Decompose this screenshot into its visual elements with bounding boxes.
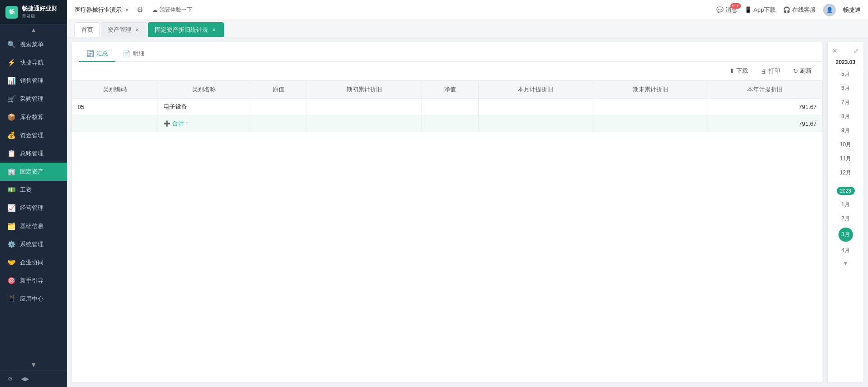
company-selector[interactable]: 医疗器械行业演示 ▼ (74, 6, 129, 14)
sidebar-item-label: 固定资产 (20, 168, 44, 176)
tab-home[interactable]: 首页 (74, 22, 100, 37)
user-avatar[interactable]: 👤 (823, 4, 836, 16)
tab-depreciation-report-close[interactable]: × (211, 27, 217, 33)
fixed-assets-icon: 🏢 (7, 168, 15, 176)
sidebar-item-quick-nav[interactable]: ⚡ 快捷导航 (0, 54, 67, 72)
sidebar-item-basic-info[interactable]: 🗂️ 基础信息 (0, 217, 67, 235)
settings-footer-btn[interactable]: ⚙ (5, 374, 15, 383)
sidebar-item-app-center[interactable]: 📱 应用中心 (0, 290, 67, 308)
topbar-settings-icon[interactable]: ⚙ (137, 5, 143, 14)
sidebar-item-label: 资金管理 (20, 131, 44, 139)
print-label: 打印 (769, 67, 780, 75)
messages-button[interactable]: 💬 消息 99+ (716, 6, 737, 14)
sidebar-item-cooperation[interactable]: 🤝 企业协同 (0, 253, 67, 272)
sidebar-item-system[interactable]: ⚙️ 系统管理 (0, 235, 67, 253)
panel-close-button[interactable]: ✕ (831, 46, 838, 55)
app-logo: 畅 (5, 6, 18, 19)
sales-icon: 📊 (7, 77, 15, 85)
year-tag-2023[interactable]: 2023 (837, 187, 855, 195)
month-item-10[interactable]: 10月 (828, 138, 863, 152)
depreciation-table: 类别编码 类别名称 原值 期初累计折旧 净值 本月计提折旧 期末累计折旧 本年计… (72, 80, 823, 132)
col-original-value: 原值 (250, 81, 307, 99)
month-item-12[interactable]: 12月 (828, 166, 863, 180)
sidebar-item-label: 系统管理 (20, 240, 44, 248)
sidebar-item-label: 采购管理 (20, 95, 44, 103)
month-item-11[interactable]: 11月 (828, 152, 863, 166)
experience-button[interactable]: ☁ 我要体验一下 (152, 6, 192, 14)
online-service-label: 在线客服 (792, 6, 816, 14)
refresh-button[interactable]: ↻ 刷新 (789, 65, 815, 76)
sidebar-item-guide[interactable]: 🎯 新手引导 (0, 272, 67, 290)
subtotal-text: 合计： (172, 119, 190, 128)
tab-home-label: 首页 (81, 26, 93, 34)
month-item-3-active[interactable]: 3月 (838, 228, 853, 242)
sidebar-item-fixed-assets[interactable]: 🏢 固定资产 (0, 163, 67, 181)
tab-asset-management-close[interactable]: × (134, 27, 140, 33)
download-button[interactable]: ⬇ 下载 (726, 65, 752, 76)
sidebar-item-label: 搜索菜单 (20, 40, 44, 49)
sub-tab-detail[interactable]: 📄 明细 (115, 46, 152, 62)
collapse-sidebar-btn[interactable]: ◀▶ (19, 374, 31, 383)
sidebar-item-sales[interactable]: 📊 销售管理 (0, 72, 67, 90)
col-monthly-depreciation: 本月计提折旧 (478, 81, 593, 99)
sidebar-item-label: 企业协同 (20, 258, 44, 267)
topbar-left: 医疗器械行业演示 ▼ ⚙ ☁ 我要体验一下 (74, 5, 192, 14)
sidebar-item-label: 快捷导航 (20, 59, 44, 67)
month-item-9[interactable]: 9月 (828, 124, 863, 138)
topbar-right: 💬 消息 99+ 📱 App下载 🎧 在线客服 👤 畅捷通 (716, 4, 861, 16)
sidebar-item-finance[interactable]: 💰 资金管理 (0, 126, 67, 144)
tab-depreciation-report[interactable]: 固定资产折旧统计表 × (148, 22, 224, 37)
user-name[interactable]: 畅捷通 (843, 6, 861, 14)
panel-nav-down[interactable]: ▼ (828, 258, 863, 268)
sidebar-item-inventory[interactable]: 📦 库存核算 (0, 108, 67, 126)
month-item-7[interactable]: 7月 (828, 95, 863, 109)
sidebar-nav: 🔍 搜索菜单 ⚡ 快捷导航 📊 销售管理 🛒 采购管理 📦 库存核算 💰 资金管… (0, 35, 67, 359)
month-item-5[interactable]: 5月 (828, 67, 863, 81)
cell-net-value (422, 99, 478, 115)
sidebar-item-search[interactable]: 🔍 搜索菜单 (0, 35, 67, 54)
panel-expand-button[interactable]: ⤢ (853, 46, 860, 55)
headset-icon: 🎧 (783, 6, 790, 13)
sidebar-item-purchase[interactable]: 🛒 采购管理 (0, 90, 67, 108)
month-item-6[interactable]: 6月 (828, 81, 863, 95)
cloud-icon: ☁ (152, 7, 158, 13)
subtotal-row: ➕ 合计： 791.67 (72, 115, 823, 132)
online-service-button[interactable]: 🎧 在线客服 (783, 6, 816, 14)
date-panel: ✕ ⤢ 2023.03 5月 6月 7月 8月 9月 10月 11月 12月 2… (827, 42, 863, 382)
col-category-name: 类别名称 (158, 81, 250, 99)
cell-period-end-accumulated (593, 99, 708, 115)
system-icon: ⚙️ (7, 240, 15, 248)
app-name: 畅捷通好业财 (22, 5, 57, 13)
sub-tab-detail-label: 明细 (133, 50, 144, 58)
month-item-4[interactable]: 4月 (828, 243, 863, 258)
month-item-8[interactable]: 8月 (828, 109, 863, 124)
app-center-icon: 📱 (7, 295, 15, 303)
month-item-2[interactable]: 2月 (828, 212, 863, 226)
sidebar-scroll-up[interactable]: ▲ (0, 25, 67, 35)
cell-category-name: 电子设备 (158, 99, 250, 115)
table-row[interactable]: 05 电子设备 791.67 (72, 99, 823, 115)
cell-monthly-depreciation (478, 99, 593, 115)
col-annual-depreciation: 本年计提折旧 (708, 81, 823, 99)
subtotal-annual: 791.67 (708, 115, 823, 132)
sidebar-item-ledger[interactable]: 📋 总账管理 (0, 144, 67, 163)
inventory-icon: 📦 (7, 113, 15, 121)
print-button[interactable]: 🖨 打印 (757, 65, 784, 76)
year-header-label: 2023.03 (828, 57, 863, 67)
subtotal-period-end (593, 115, 708, 132)
sub-tab-summary[interactable]: 🔄 汇总 (79, 46, 115, 62)
sidebar-item-label: 销售管理 (20, 77, 44, 85)
month-item-1[interactable]: 1月 (828, 198, 863, 212)
sidebar-footer: ⚙ ◀▶ (0, 370, 67, 387)
sidebar-item-label: 库存核算 (20, 113, 44, 121)
tab-asset-management[interactable]: 资产管理 × (101, 22, 147, 37)
salary-icon: 💵 (7, 186, 15, 194)
app-download-button[interactable]: 📱 App下载 (744, 6, 776, 14)
sidebar-item-salary[interactable]: 💵 工资 (0, 181, 67, 199)
message-icon: 💬 (716, 6, 724, 13)
cell-original-value (250, 99, 307, 115)
quick-nav-icon: ⚡ (7, 59, 15, 67)
sidebar-item-operations[interactable]: 📈 经营管理 (0, 199, 67, 217)
sidebar-scroll-down[interactable]: ▼ (0, 359, 67, 370)
print-icon: 🖨 (761, 68, 767, 74)
